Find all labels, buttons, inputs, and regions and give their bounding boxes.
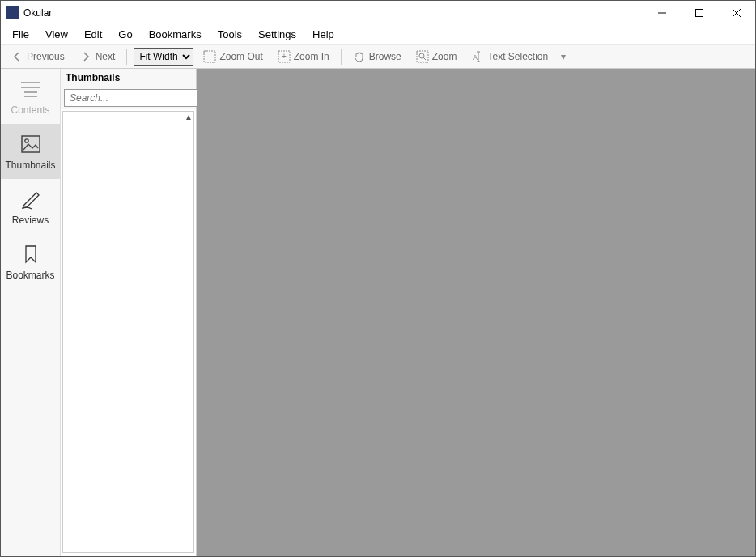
- titlebar: Okular: [1, 1, 755, 25]
- close-icon: [733, 9, 741, 17]
- maximize-button[interactable]: [681, 1, 718, 25]
- thumbnails-search-row: [61, 87, 196, 109]
- zoom-tool-button[interactable]: Zoom: [411, 48, 462, 66]
- sidebar-item-bookmarks[interactable]: Bookmarks: [1, 234, 60, 289]
- menu-view[interactable]: View: [37, 27, 76, 42]
- menu-file[interactable]: File: [4, 27, 37, 42]
- contents-icon: [19, 79, 43, 100]
- zoom-level-select[interactable]: Fit Width: [134, 48, 193, 66]
- toolbar-separator: [341, 49, 342, 65]
- thumbnails-panel: Thumbnails ▲: [61, 69, 197, 556]
- zoom-in-icon: +: [278, 50, 291, 63]
- text-selection-button[interactable]: A Text Selection: [466, 48, 553, 66]
- svg-text:A: A: [473, 53, 478, 62]
- scroll-up-icon[interactable]: ▲: [185, 113, 193, 121]
- svg-rect-1: [696, 10, 703, 17]
- previous-button[interactable]: Previous: [6, 48, 70, 66]
- browse-button[interactable]: Browse: [348, 48, 406, 66]
- maximize-icon: [695, 9, 703, 17]
- reviews-label: Reviews: [12, 215, 49, 226]
- window-controls: [643, 1, 755, 25]
- app-icon: [6, 6, 19, 19]
- zoom-out-label: Zoom Out: [219, 51, 262, 62]
- browse-label: Browse: [369, 51, 401, 62]
- sidebar-item-thumbnails[interactable]: Thumbnails: [1, 124, 60, 179]
- svg-rect-8: [417, 51, 428, 62]
- bookmarks-label: Bookmarks: [6, 270, 54, 281]
- menu-edit[interactable]: Edit: [76, 27, 110, 42]
- text-selection-label: Text Selection: [487, 51, 548, 62]
- hand-icon: [353, 50, 366, 63]
- text-selection-dropdown[interactable]: ▾: [558, 51, 569, 62]
- svg-text:-: -: [209, 52, 211, 61]
- bookmarks-icon: [19, 244, 43, 265]
- zoom-out-button[interactable]: - Zoom Out: [198, 48, 267, 66]
- thumbnails-header: Thumbnails: [61, 69, 196, 87]
- zoom-out-icon: -: [203, 50, 216, 63]
- svg-rect-19: [22, 136, 40, 152]
- close-button[interactable]: [718, 1, 755, 25]
- thumbnails-list: ▲: [62, 111, 194, 553]
- toolbar-separator: [126, 49, 127, 65]
- menubar: File View Edit Go Bookmarks Tools Settin…: [1, 25, 755, 45]
- document-viewer[interactable]: [197, 69, 755, 556]
- menu-go[interactable]: Go: [110, 27, 140, 42]
- zoom-in-button[interactable]: + Zoom In: [273, 48, 334, 66]
- menu-bookmarks[interactable]: Bookmarks: [141, 27, 210, 42]
- menu-help[interactable]: Help: [304, 27, 342, 42]
- contents-label: Contents: [11, 104, 49, 116]
- chevron-right-icon: [79, 50, 92, 63]
- sidebar-item-reviews[interactable]: Reviews: [1, 179, 60, 234]
- previous-label: Previous: [27, 51, 65, 62]
- thumbnails-search-input[interactable]: [64, 89, 197, 107]
- zoom-tool-icon: [416, 50, 429, 63]
- reviews-icon: [19, 189, 43, 210]
- thumbnails-label: Thumbnails: [5, 159, 55, 171]
- zoom-in-label: Zoom In: [294, 51, 329, 62]
- zoom-tool-label: Zoom: [432, 51, 457, 62]
- next-label: Next: [96, 51, 116, 62]
- next-button[interactable]: Next: [74, 48, 121, 66]
- svg-text:+: +: [282, 52, 287, 61]
- menu-tools[interactable]: Tools: [210, 27, 250, 42]
- sidebar-item-contents[interactable]: Contents: [1, 69, 60, 124]
- menu-settings[interactable]: Settings: [250, 27, 304, 42]
- svg-point-20: [24, 139, 28, 142]
- thumbnails-icon: [19, 134, 43, 155]
- minimize-button[interactable]: [643, 1, 681, 25]
- svg-line-10: [423, 57, 426, 60]
- toolbar: Previous Next Fit Width - Zoom Out + Zoo…: [1, 45, 755, 69]
- chevron-left-icon: [11, 50, 23, 63]
- sidebar-nav: Contents Thumbnails Reviews Bookmarks: [1, 69, 61, 556]
- body-area: Contents Thumbnails Reviews Bookmarks: [1, 69, 755, 556]
- minimize-icon: [658, 9, 666, 17]
- window-title: Okular: [23, 7, 643, 19]
- text-selection-icon: A: [471, 50, 484, 63]
